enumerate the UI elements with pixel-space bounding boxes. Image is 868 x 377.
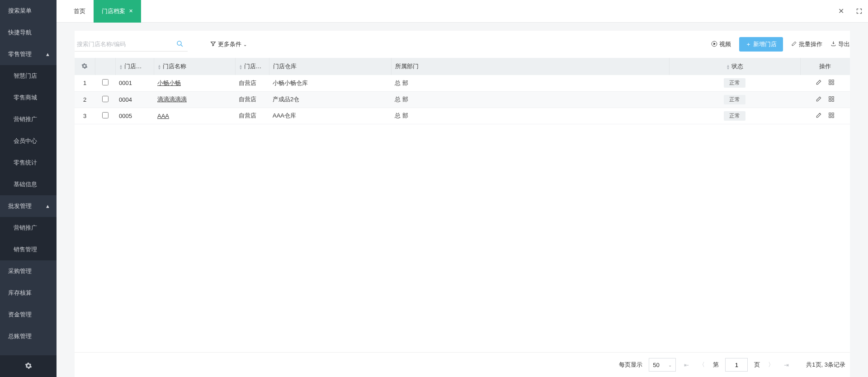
search-input[interactable]: [75, 37, 188, 52]
cell-dept: 总 部: [391, 75, 669, 91]
batch-operation-button[interactable]: 批量操作: [791, 40, 822, 48]
row-checkbox[interactable]: [102, 96, 108, 102]
th-warehouse: 门店仓库: [269, 58, 391, 75]
store-name-link[interactable]: 滴滴滴滴滴: [157, 96, 187, 103]
store-name-link[interactable]: 小畅小畅: [157, 80, 181, 86]
sidebar-item-wholesale-marketing[interactable]: 营销推广: [0, 217, 57, 239]
caret-up-icon: ▲: [45, 52, 50, 57]
more-icon[interactable]: [828, 96, 835, 104]
tabbar: 首页 门店档案 ✕ ✕: [57, 0, 868, 23]
edit-icon[interactable]: [816, 112, 822, 120]
table-row: 20004滴滴滴滴滴自营店产成品2仓总 部正常: [75, 91, 850, 108]
sort-icon: ▲▼: [239, 64, 243, 70]
more-icon[interactable]: [828, 112, 835, 120]
close-icon[interactable]: ✕: [129, 8, 133, 14]
svg-rect-12: [832, 113, 834, 114]
edit-icon[interactable]: [816, 96, 822, 104]
per-page-select[interactable]: 50 ⌄: [649, 358, 676, 372]
sidebar-finance-mgmt[interactable]: 资金管理: [0, 304, 57, 325]
svg-rect-4: [832, 80, 834, 82]
add-store-button[interactable]: ＋ 新增门店: [739, 37, 783, 52]
filter-icon: [210, 41, 216, 48]
cell-dept: 总 部: [391, 108, 669, 124]
more-conditions-button[interactable]: 更多条件 ⌄: [210, 40, 247, 48]
status-badge: 正常: [724, 78, 745, 88]
close-all-tabs-button[interactable]: ✕: [832, 2, 850, 20]
pager-prev-icon[interactable]: 〈: [697, 361, 707, 369]
sidebar-inventory-mgmt[interactable]: 库存核算: [0, 282, 57, 304]
sidebar-retail-mgmt[interactable]: 零售管理 ▲: [0, 43, 57, 65]
toolbar: 更多条件 ⌄ 视频 ＋ 新增门店 批量操作: [75, 31, 850, 58]
search-icon[interactable]: [176, 40, 184, 49]
sidebar-item-member-center[interactable]: 会员中心: [0, 130, 57, 152]
export-button[interactable]: 导出: [830, 40, 850, 48]
tab-store-profile[interactable]: 门店档案 ✕: [94, 0, 141, 23]
th-settings[interactable]: [75, 58, 95, 75]
cell-status: 正常: [669, 75, 800, 91]
row-index: 1: [75, 75, 95, 91]
sidebar-item-retail-mall[interactable]: 零售商城: [0, 87, 57, 108]
sidebar-quick-nav[interactable]: 快捷导航: [0, 22, 57, 43]
cell-name: 滴滴滴滴滴: [154, 91, 235, 108]
page-input[interactable]: [725, 358, 748, 372]
row-checkbox-cell: [95, 91, 115, 108]
cell-name: 小畅小畅: [154, 75, 235, 91]
cell-status: 正常: [669, 91, 800, 108]
sidebar: 搜索菜单 快捷导航 零售管理 ▲ 智慧门店 零售商城 营销推广 会员中心 零售统…: [0, 0, 57, 377]
sidebar-item-smart-store[interactable]: 智慧门店: [0, 65, 57, 87]
sidebar-search-menu[interactable]: 搜索菜单: [0, 0, 57, 22]
fullscreen-button[interactable]: [850, 2, 868, 20]
chevron-down-icon: ⌄: [243, 42, 247, 47]
th-type[interactable]: ▲▼门店…: [235, 58, 269, 75]
th-status[interactable]: ▲▼状态: [669, 58, 800, 75]
cell-type: 自营店: [235, 108, 269, 124]
edit-icon[interactable]: [816, 79, 822, 87]
th-name[interactable]: ▲▼门店名称: [154, 58, 235, 75]
sort-icon: ▲▼: [158, 64, 161, 70]
svg-line-1: [181, 45, 183, 47]
pager-last-icon[interactable]: ⇥: [782, 362, 791, 368]
sidebar-wholesale-mgmt[interactable]: 批发管理 ▲: [0, 195, 57, 217]
pager-summary: 共1页, 3条记录: [806, 361, 845, 369]
export-label: 导出: [838, 40, 850, 48]
row-index: 2: [75, 91, 95, 108]
row-checkbox[interactable]: [102, 79, 108, 85]
sidebar-item-marketing[interactable]: 营销推广: [0, 108, 57, 130]
svg-rect-7: [829, 96, 831, 98]
pager-next-icon[interactable]: 〉: [766, 361, 776, 369]
more-icon[interactable]: [828, 79, 835, 87]
row-index: 3: [75, 108, 95, 124]
th-code[interactable]: ▲▼门店…: [115, 58, 154, 75]
per-page-label: 每页显示: [619, 361, 642, 369]
row-checkbox[interactable]: [102, 112, 108, 118]
video-link[interactable]: 视频: [711, 40, 731, 48]
export-icon: [830, 41, 836, 48]
add-store-label: 新增门店: [753, 40, 777, 48]
cell-code: 0004: [115, 91, 154, 108]
sort-icon: ▲▼: [119, 64, 123, 70]
video-label: 视频: [719, 40, 731, 48]
sidebar-item-sales-mgmt[interactable]: 销售管理: [0, 239, 57, 260]
page-prefix-label: 第: [713, 361, 719, 369]
cell-action: [800, 91, 850, 108]
sidebar-settings[interactable]: [0, 355, 57, 377]
store-name-link[interactable]: AAA: [157, 113, 169, 119]
cell-type: 自营店: [235, 91, 269, 108]
sort-icon: ▲▼: [726, 64, 730, 70]
cell-warehouse: 小畅小畅仓库: [269, 75, 391, 91]
sidebar-purchase-mgmt[interactable]: 采购管理: [0, 260, 57, 282]
page-suffix-label: 页: [754, 361, 760, 369]
chevron-down-icon: ⌄: [668, 363, 672, 368]
sidebar-item-basic-info[interactable]: 基础信息: [0, 174, 57, 195]
sidebar-item-retail-stats[interactable]: 零售统计: [0, 152, 57, 174]
more-conditions-label: 更多条件: [218, 40, 241, 48]
status-badge: 正常: [724, 111, 745, 121]
svg-rect-3: [829, 80, 831, 82]
svg-point-0: [177, 41, 181, 45]
sidebar-ledger-mgmt[interactable]: 总账管理: [0, 325, 57, 347]
svg-rect-6: [832, 83, 834, 85]
table-area: ▲▼门店… ▲▼门店名称 ▲▼门店… 门店仓库 所属部门 ▲▼状态 操作 100…: [75, 58, 850, 352]
svg-rect-9: [829, 99, 831, 101]
pager-first-icon[interactable]: ⇤: [682, 362, 691, 368]
tab-home[interactable]: 首页: [66, 0, 94, 23]
